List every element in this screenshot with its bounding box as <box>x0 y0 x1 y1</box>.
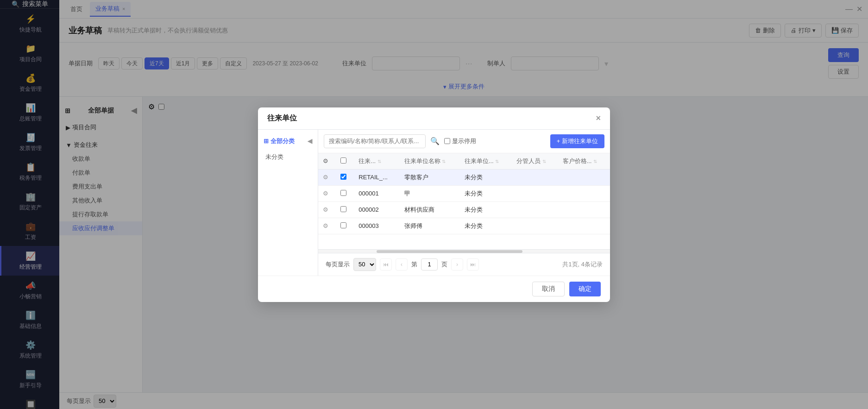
col-checkbox[interactable] <box>336 153 354 170</box>
modal-header: 往来单位 × <box>258 107 610 130</box>
row-price-level <box>558 218 610 234</box>
col-manager: 分管人员 ⇅ <box>512 153 558 170</box>
page-unit: 页 <box>441 260 447 269</box>
modal-search-bar: 🔍 显示停用 + 新增往来单位 <box>318 130 610 153</box>
sort-icon: ⇅ <box>495 159 499 164</box>
row-manager <box>512 201 558 218</box>
modal-table: ⚙ 往来... ⇅ 往来单位名称 ⇅ 往来单位... <box>318 153 610 249</box>
modal-horizontal-scrollbar[interactable] <box>318 249 610 253</box>
partner-modal: 往来单位 × ⊞ 全部分类 ◀ 未分类 🔍 显示停用 + 新增往来单位 <box>258 107 610 302</box>
row-select-checkbox[interactable] <box>340 174 346 180</box>
modal-left-header: ⊞ 全部分类 ◀ <box>258 133 318 149</box>
row-checkbox[interactable] <box>336 169 354 185</box>
show-disabled-label: 显示停用 <box>444 137 476 145</box>
row-checkbox[interactable] <box>336 201 354 218</box>
row-settings[interactable]: ⚙ <box>318 185 336 201</box>
cancel-button[interactable]: 取消 <box>532 282 565 296</box>
row-code: 000002 <box>354 201 399 218</box>
row-name: 张师傅 <box>400 218 460 234</box>
show-disabled-checkbox[interactable] <box>444 138 450 144</box>
pagination-info: 共1页, 4条记录 <box>562 260 603 269</box>
sort-icon: ⇅ <box>593 159 597 164</box>
row-code: 000003 <box>354 218 399 234</box>
page-first-btn[interactable]: ⏮ <box>380 258 392 271</box>
sort-icon: ⇅ <box>377 159 381 164</box>
row-select-checkbox[interactable] <box>340 206 346 212</box>
page-label: 第 <box>411 260 417 269</box>
row-name: 零散客户 <box>400 169 460 185</box>
col-price-level: 客户价格... ⇅ <box>558 153 610 170</box>
table-row[interactable]: ⚙ 000002 材料供应商 未分类 <box>318 201 610 218</box>
row-select-checkbox[interactable] <box>340 190 346 196</box>
confirm-button[interactable]: 确定 <box>569 282 601 296</box>
row-category: 未分类 <box>460 201 512 218</box>
page-number-input[interactable] <box>421 258 438 271</box>
col-settings[interactable]: ⚙ <box>318 153 336 170</box>
modal-title: 往来单位 <box>267 113 297 123</box>
per-page-label: 每页显示 <box>326 260 350 269</box>
table-select-all[interactable] <box>340 157 346 164</box>
row-price-level <box>558 185 610 201</box>
table-row[interactable]: ⚙ 000001 甲 未分类 <box>318 185 610 201</box>
add-partner-button[interactable]: + 新增往来单位 <box>550 134 604 148</box>
search-icon[interactable]: 🔍 <box>430 137 440 145</box>
row-category: 未分类 <box>460 185 512 201</box>
row-category: 未分类 <box>460 169 512 185</box>
table-row[interactable]: ⚙ 000003 张师傅 未分类 <box>318 218 610 234</box>
page-next-btn[interactable]: › <box>451 258 463 271</box>
scrollbar-thumb <box>377 250 522 253</box>
modal-left-panel: ⊞ 全部分类 ◀ 未分类 <box>258 130 318 276</box>
per-page-select[interactable]: 50 <box>353 258 376 271</box>
modal-footer: 每页显示 50 ⏮ ‹ 第 页 › ⏭ 共1页, 4条记录 <box>318 253 610 276</box>
modal-right-panel: 🔍 显示停用 + 新增往来单位 ⚙ 往来... <box>318 130 610 276</box>
row-settings[interactable]: ⚙ <box>318 201 336 218</box>
col-name: 往来单位名称 ⇅ <box>400 153 460 170</box>
modal-category-unclassified[interactable]: 未分类 <box>258 149 318 165</box>
row-category: 未分类 <box>460 218 512 234</box>
sort-icon: ⇅ <box>542 159 546 164</box>
row-manager <box>512 218 558 234</box>
row-price-level <box>558 201 610 218</box>
row-settings[interactable]: ⚙ <box>318 169 336 185</box>
row-code: 000001 <box>354 185 399 201</box>
row-checkbox[interactable] <box>336 185 354 201</box>
row-manager <box>512 169 558 185</box>
page-prev-btn[interactable]: ‹ <box>396 258 408 271</box>
modal-close-button[interactable]: × <box>596 113 601 123</box>
table-header-row: ⚙ 往来... ⇅ 往来单位名称 ⇅ 往来单位... <box>318 153 610 170</box>
row-price-level <box>558 169 610 185</box>
modal-search-input[interactable] <box>324 134 426 148</box>
page-last-btn[interactable]: ⏭ <box>467 258 479 271</box>
col-code: 往来... ⇅ <box>354 153 399 170</box>
row-name: 甲 <box>400 185 460 201</box>
row-select-checkbox[interactable] <box>340 222 346 228</box>
row-name: 材料供应商 <box>400 201 460 218</box>
modal-actions: 取消 确定 <box>258 276 610 302</box>
row-settings[interactable]: ⚙ <box>318 218 336 234</box>
grid-icon: ⊞ <box>264 138 269 145</box>
table-row[interactable]: ⚙ RETAIL_... 零散客户 未分类 <box>318 169 610 185</box>
col-category: 往来单位... ⇅ <box>460 153 512 170</box>
sort-icon: ⇅ <box>442 159 446 164</box>
modal-body: ⊞ 全部分类 ◀ 未分类 🔍 显示停用 + 新增往来单位 <box>258 130 610 276</box>
row-code: RETAIL_... <box>354 169 399 185</box>
row-checkbox[interactable] <box>336 218 354 234</box>
partner-table: ⚙ 往来... ⇅ 往来单位名称 ⇅ 往来单位... <box>318 153 610 234</box>
row-manager <box>512 185 558 201</box>
collapse-left-icon[interactable]: ◀ <box>308 138 312 145</box>
